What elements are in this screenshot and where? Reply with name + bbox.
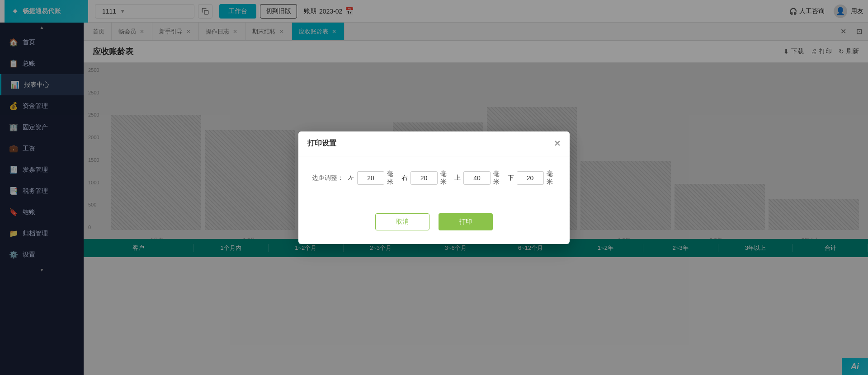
top-margin-group: 上 毫米	[454, 170, 503, 186]
right-margin-group: 右 毫米	[401, 170, 450, 186]
modal-footer: 取消 打印	[298, 204, 570, 244]
left-direction-label: 左	[348, 174, 354, 182]
margin-row: 边距调整： 左 毫米 右 毫米 上 毫米 下	[312, 170, 556, 186]
modal-close-button[interactable]: ✕	[554, 139, 561, 149]
bottom-unit-label: 毫米	[547, 170, 557, 186]
top-direction-label: 上	[454, 174, 461, 182]
modal-header: 打印设置 ✕	[298, 131, 570, 156]
left-margin-group: 左 毫米	[348, 170, 397, 186]
left-margin-input[interactable]	[357, 171, 384, 185]
top-unit-label: 毫米	[493, 170, 503, 186]
left-unit-label: 毫米	[387, 170, 397, 186]
right-margin-input[interactable]	[410, 171, 438, 185]
bottom-direction-label: 下	[508, 174, 514, 182]
modal-body: 边距调整： 左 毫米 右 毫米 上 毫米 下	[298, 156, 570, 204]
modal-overlay: 打印设置 ✕ 边距调整： 左 毫米 右 毫米 上 毫米	[0, 0, 868, 375]
cancel-button[interactable]: 取消	[375, 213, 429, 230]
bottom-margin-input[interactable]	[517, 171, 544, 185]
modal-title: 打印设置	[307, 139, 336, 148]
top-margin-input[interactable]	[463, 171, 491, 185]
confirm-print-button[interactable]: 打印	[439, 213, 493, 230]
right-direction-label: 右	[401, 174, 408, 182]
print-settings-modal: 打印设置 ✕ 边距调整： 左 毫米 右 毫米 上 毫米	[298, 131, 570, 244]
bottom-margin-group: 下 毫米	[508, 170, 557, 186]
right-unit-label: 毫米	[440, 170, 450, 186]
margin-label: 边距调整：	[312, 174, 344, 182]
